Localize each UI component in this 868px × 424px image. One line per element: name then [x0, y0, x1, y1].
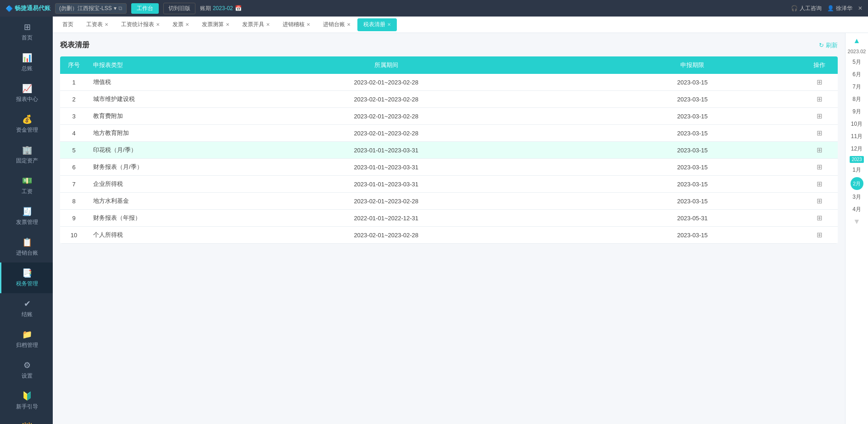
col-seq: 序号: [60, 56, 88, 74]
sidebar-item-assets[interactable]: 🏢 固定资产: [0, 139, 53, 170]
member-icon: 👑: [22, 422, 32, 424]
date-month-12[interactable]: 12月: [846, 143, 868, 155]
tab-close-tax-list[interactable]: ✕: [387, 22, 391, 27]
sidebar-item-ledger[interactable]: 📊 总账: [0, 47, 53, 78]
window-close-icon[interactable]: ✕: [858, 5, 862, 11]
tab-payroll[interactable]: 工资表 ✕: [80, 18, 114, 31]
date-sidebar: ▲ 2023.02 5月 6月 7月 8月 9月 10月 11月 12月 202…: [845, 33, 868, 424]
col-declare-date: 申报期限: [584, 56, 801, 74]
tab-invoice-open[interactable]: 发票开具 ✕: [236, 18, 276, 31]
sidebar-item-guide[interactable]: 🔰 新手引导: [0, 385, 53, 416]
cell-declare-date: 2023-05-31: [584, 210, 801, 227]
sidebar-item-home[interactable]: ⊞ 首页: [0, 17, 53, 47]
sidebar-item-funds[interactable]: 💰 资金管理: [0, 109, 53, 139]
tab-home[interactable]: 首页: [56, 18, 79, 31]
cell-type: 城市维护建设税: [88, 91, 189, 108]
cell-seq: 9: [60, 210, 88, 227]
tab-payroll-report[interactable]: 工资统计报表 ✕: [115, 18, 166, 31]
date-month-1[interactable]: 1月: [846, 164, 868, 176]
workbench-button[interactable]: 工作台: [131, 3, 159, 14]
cell-action: ⊞: [801, 91, 838, 108]
tab-close-invoice[interactable]: ✕: [185, 22, 189, 27]
assets-icon: 🏢: [22, 145, 32, 155]
cell-period: 2023-02-01~2023-02-28: [189, 125, 584, 142]
dropdown-icon: ▾: [114, 5, 117, 11]
tab-close-invoice-check[interactable]: ✕: [226, 22, 229, 27]
date-month-11[interactable]: 11月: [846, 130, 868, 143]
cell-declare-date: 2023-03-15: [584, 142, 801, 159]
action-icon[interactable]: ⊞: [817, 78, 823, 86]
tab-purchase-ledger[interactable]: 进销台账 ✕: [317, 18, 356, 31]
cell-type: 财务报表（年报）: [88, 210, 189, 227]
action-icon[interactable]: ⊞: [817, 231, 823, 239]
cell-action: ⊞: [801, 176, 838, 193]
tab-invoice-check[interactable]: 发票测算 ✕: [196, 18, 235, 31]
date-month-6[interactable]: 6月: [846, 68, 868, 81]
sidebar-item-purchase[interactable]: 📋 进销台账: [0, 232, 53, 262]
tab-close-payroll-report[interactable]: ✕: [156, 22, 160, 27]
sidebar: ⊞ 首页 📊 总账 📈 报表中心 💰 资金管理 🏢 固定资产 💵 工资 🧾 发票…: [0, 17, 53, 424]
date-nav-down[interactable]: ▼: [851, 216, 862, 228]
invoice-icon: 🧾: [22, 206, 32, 217]
table-header: 序号 申报表类型 所属期间 申报期限 操作: [60, 56, 838, 74]
sidebar-item-invoice[interactable]: 🧾 发票管理: [0, 201, 53, 232]
date-month-7[interactable]: 7月: [846, 81, 868, 93]
cell-seq: 3: [60, 108, 88, 125]
sidebar-item-reports[interactable]: 📈 报表中心: [0, 78, 53, 109]
cell-action: ⊞: [801, 108, 838, 125]
date-month-3[interactable]: 3月: [846, 191, 868, 203]
table-row: 3 教育费附加 2023-02-01~2023-02-28 2023-03-15…: [60, 108, 838, 125]
sidebar-item-archive[interactable]: 📁 归档管理: [0, 324, 53, 355]
page-header: 税表清册 ↻ 刷新: [60, 40, 838, 50]
date-month-4[interactable]: 4月: [846, 203, 868, 216]
date-month-5[interactable]: 5月: [846, 56, 868, 68]
settlement-icon: ✔: [24, 299, 31, 309]
action-icon[interactable]: ⊞: [817, 197, 823, 205]
cell-declare-date: 2023-03-15: [584, 108, 801, 125]
tab-close-invoice-open[interactable]: ✕: [266, 22, 270, 27]
date-sidebar-header: 2023.02: [848, 47, 866, 56]
refresh-button[interactable]: ↻ 刷新: [819, 41, 838, 50]
company-selector[interactable]: (勿删）江西报宝-LSS ▾ ⧉: [55, 3, 127, 14]
tab-close-purchase-check[interactable]: ✕: [306, 22, 310, 27]
date-month-9[interactable]: 9月: [846, 106, 868, 118]
action-icon[interactable]: ⊞: [817, 129, 823, 137]
action-icon[interactable]: ⊞: [817, 180, 823, 188]
cell-period: 2023-02-01~2023-02-28: [189, 108, 584, 125]
action-icon[interactable]: ⊞: [817, 95, 823, 103]
action-icon[interactable]: ⊞: [817, 163, 823, 171]
date-month-2-active[interactable]: 2月: [851, 177, 863, 190]
cell-action: ⊞: [801, 193, 838, 210]
sidebar-item-settlement[interactable]: ✔ 结账: [0, 293, 53, 324]
date-nav-up[interactable]: ▲: [851, 35, 862, 47]
switch-old-button[interactable]: 切到旧版: [163, 3, 195, 14]
sidebar-item-tax[interactable]: 📑 税务管理: [0, 262, 53, 293]
col-action: 操作: [801, 56, 838, 74]
cell-seq: 2: [60, 91, 88, 108]
ai-consult[interactable]: 🎧 人工咨询: [791, 5, 822, 12]
action-icon[interactable]: ⊞: [817, 146, 823, 154]
table-row: 7 企业所得税 2023-01-01~2023-03-31 2023-03-15…: [60, 176, 838, 193]
page-title: 税表清册: [60, 40, 89, 50]
user-profile[interactable]: 👤 徐泽华: [827, 5, 852, 12]
cell-period: 2023-02-01~2023-02-28: [189, 193, 584, 210]
sidebar-item-settings[interactable]: ⚙ 设置: [0, 355, 53, 385]
action-icon[interactable]: ⊞: [817, 112, 823, 120]
tab-purchase-check[interactable]: 进销稽核 ✕: [277, 18, 316, 31]
sidebar-item-member[interactable]: 👑 畅会员: [0, 416, 53, 424]
date-month-10[interactable]: 10月: [846, 118, 868, 130]
col-type: 申报表类型: [88, 56, 189, 74]
copy-icon: ⧉: [118, 5, 122, 11]
tab-close-payroll[interactable]: ✕: [105, 22, 108, 27]
tab-close-purchase-ledger[interactable]: ✕: [347, 22, 351, 27]
period-display: 账期 2023-02 📅: [200, 5, 242, 12]
tab-tax-list[interactable]: 税表清册 ✕: [357, 18, 397, 31]
sidebar-item-payroll[interactable]: 💵 工资: [0, 170, 53, 201]
action-icon[interactable]: ⊞: [817, 214, 823, 222]
tab-invoice[interactable]: 发票 ✕: [167, 18, 195, 31]
date-month-8[interactable]: 8月: [846, 93, 868, 106]
cell-action: ⊞: [801, 142, 838, 159]
content-area: 首页 工资表 ✕ 工资统计报表 ✕ 发票 ✕ 发票测算 ✕ 发票开具 ✕: [53, 17, 868, 424]
headset-icon: 🎧: [791, 5, 798, 11]
top-bar: 🔷 畅捷通易代账 (勿删）江西报宝-LSS ▾ ⧉ 工作台 切到旧版 账期 20…: [0, 0, 868, 17]
